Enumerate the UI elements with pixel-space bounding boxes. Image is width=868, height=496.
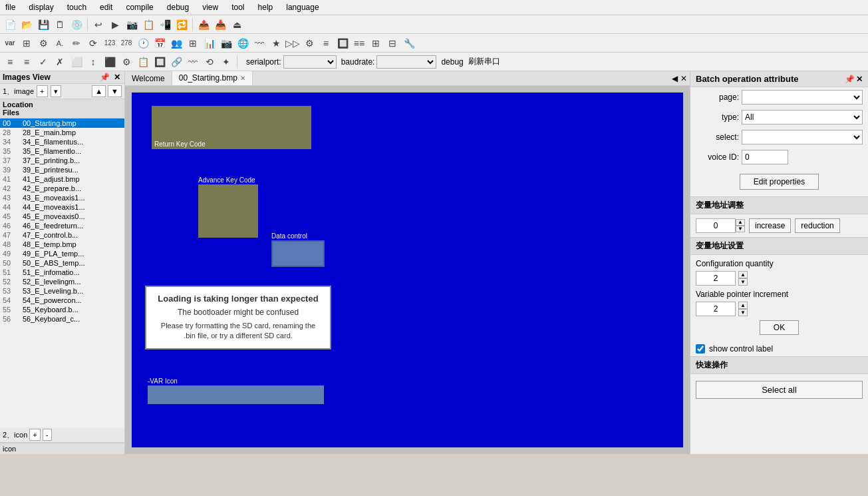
refresh-icon[interactable]: 🔁 bbox=[174, 17, 189, 32]
gear3-icon[interactable]: ⚙ bbox=[119, 55, 134, 69]
clip-icon[interactable]: 📋 bbox=[136, 55, 150, 69]
addr-up-btn[interactable]: ▲ bbox=[736, 219, 745, 226]
grid-icon[interactable]: ⊞ bbox=[19, 36, 34, 51]
align-list-icon[interactable]: ≡ bbox=[3, 55, 17, 69]
symbol-icon[interactable]: ⊞ bbox=[186, 36, 200, 51]
transfer-icon[interactable]: 📲 bbox=[158, 17, 172, 32]
users-icon[interactable]: 👥 bbox=[169, 36, 184, 51]
config-qty-up-btn[interactable]: ▲ bbox=[738, 271, 748, 278]
check-icon[interactable]: ✓ bbox=[36, 55, 51, 69]
minus-icon[interactable]: ⊟ bbox=[385, 36, 400, 51]
file-list-item[interactable]: 3434_E_filamentus... bbox=[0, 137, 124, 146]
menu-compile[interactable]: compile bbox=[123, 1, 156, 13]
menu-tool[interactable]: tool bbox=[229, 1, 247, 13]
file-list-item[interactable]: 5454_E_powercon... bbox=[0, 296, 124, 305]
refresh-serial-btn[interactable]: 刷新串口 bbox=[468, 56, 500, 67]
ok-btn[interactable]: OK bbox=[760, 320, 799, 335]
data-control-rect[interactable] bbox=[271, 240, 325, 267]
addr-value-input[interactable]: 0 bbox=[696, 218, 736, 233]
link-icon[interactable]: 🔗 bbox=[169, 55, 184, 69]
updown-icon[interactable]: ↕ bbox=[86, 55, 100, 69]
web-icon[interactable]: 🌐 bbox=[235, 36, 250, 51]
open-file-icon[interactable]: 📂 bbox=[19, 17, 34, 32]
export-icon[interactable]: ⏏ bbox=[229, 17, 244, 32]
up-icon[interactable]: ▲ bbox=[92, 85, 106, 97]
save-as-icon[interactable]: 🗒 bbox=[53, 17, 67, 32]
remove-icon-btn[interactable]: - bbox=[43, 429, 52, 441]
remove-image-btn[interactable]: ▾ bbox=[51, 85, 61, 97]
cross-icon[interactable]: ✗ bbox=[53, 55, 67, 69]
settings2-icon[interactable]: ⚙ bbox=[36, 36, 51, 51]
add-icon-btn[interactable]: + bbox=[29, 429, 40, 441]
tab-close-icon[interactable]: ✕ bbox=[240, 75, 245, 82]
file-list-item[interactable]: 2828_E_main.bmp bbox=[0, 128, 124, 137]
text-icon[interactable]: A. bbox=[53, 36, 67, 51]
new-file-icon[interactable]: 📄 bbox=[3, 17, 17, 32]
close-panel-icon[interactable]: ✕ bbox=[112, 73, 122, 82]
file-list-item[interactable]: 4545_E_moveaxis0... bbox=[0, 212, 124, 221]
serial-port-select[interactable] bbox=[283, 55, 337, 69]
tab-welcome[interactable]: Welcome bbox=[125, 72, 172, 85]
rotate-icon[interactable]: ⟳ bbox=[86, 36, 100, 51]
calendar-icon[interactable]: 📅 bbox=[152, 36, 167, 51]
gear2-icon[interactable]: ⚙ bbox=[302, 36, 317, 51]
file-list-item[interactable]: 3737_E_printing.b... bbox=[0, 156, 124, 165]
menu-help[interactable]: help bbox=[255, 1, 276, 13]
reduction-btn[interactable]: reduction bbox=[795, 218, 839, 233]
burn-icon[interactable]: 💿 bbox=[69, 17, 84, 32]
file-list-item[interactable]: 5555_Keyboard.b... bbox=[0, 305, 124, 314]
file-list-item[interactable]: 4848_E_temp.bmp bbox=[0, 240, 124, 249]
show-control-label-checkbox[interactable] bbox=[696, 344, 705, 354]
advance-key-rect[interactable] bbox=[198, 184, 258, 238]
rect-icon[interactable]: 🔲 bbox=[152, 55, 167, 69]
file-list-item[interactable]: 4646_E_feedreturn... bbox=[0, 221, 124, 230]
file-list-item[interactable]: 4343_E_moveaxis1... bbox=[0, 193, 124, 202]
block-icon[interactable]: ⬛ bbox=[102, 55, 117, 69]
add-image-btn[interactable]: + bbox=[37, 85, 47, 97]
sparkle-icon[interactable]: ✦ bbox=[219, 55, 233, 69]
file-list-item[interactable]: 4444_E_moveaxis1... bbox=[0, 202, 124, 212]
addr-down-btn[interactable]: ▼ bbox=[736, 226, 745, 232]
file-list-item[interactable]: 5353_E_Leveling.b... bbox=[0, 286, 124, 296]
type-select[interactable]: All bbox=[742, 110, 863, 124]
file-list[interactable]: 0000_Starting.bmp2828_E_main.bmp3434_E_f… bbox=[0, 119, 124, 427]
wave-icon[interactable]: 〰 bbox=[252, 36, 267, 51]
page-select[interactable] bbox=[742, 90, 863, 105]
file-list-item[interactable]: 5050_E_ABS_temp... bbox=[0, 258, 124, 268]
list-icon[interactable]: ≡ bbox=[319, 36, 333, 51]
menu-view[interactable]: view bbox=[200, 1, 221, 13]
baudrate-select[interactable] bbox=[376, 55, 436, 69]
down-icon[interactable]: ▼ bbox=[108, 85, 122, 97]
right-close-icon[interactable]: ✕ bbox=[856, 75, 863, 84]
select-select[interactable] bbox=[742, 130, 863, 144]
var-ptr-up-btn[interactable]: ▲ bbox=[738, 302, 748, 309]
edit2-icon[interactable]: ✏ bbox=[69, 36, 84, 51]
var-ptr-input[interactable] bbox=[696, 302, 736, 316]
digit-icon[interactable]: 278 bbox=[119, 36, 134, 51]
file-list-item[interactable]: 3939_E_printresu... bbox=[0, 165, 124, 174]
align-center-icon[interactable]: ≡ bbox=[19, 55, 34, 69]
tab-scroll-left-icon[interactable]: ◀ bbox=[672, 74, 678, 83]
var-icon-rect[interactable] bbox=[148, 385, 324, 404]
voice-id-input[interactable] bbox=[742, 150, 788, 164]
upload-icon[interactable]: 📤 bbox=[196, 17, 211, 32]
clipboard-icon[interactable]: 📋 bbox=[141, 17, 156, 32]
chart-icon[interactable]: 📊 bbox=[202, 36, 217, 51]
file-list-item[interactable]: 4949_E_PLA_temp... bbox=[0, 249, 124, 258]
grid2-icon[interactable]: ⊞ bbox=[368, 36, 383, 51]
right-pin-icon[interactable]: 📌 bbox=[845, 75, 855, 84]
save-icon[interactable]: 💾 bbox=[36, 17, 51, 32]
menu-display[interactable]: display bbox=[26, 1, 56, 13]
menu-language[interactable]: language bbox=[283, 1, 321, 13]
tab-starting-bmp[interactable]: 00_Starting.bmp ✕ bbox=[172, 71, 253, 85]
camera-icon[interactable]: 📷 bbox=[219, 36, 233, 51]
config-qty-input[interactable] bbox=[696, 271, 736, 286]
pin-icon[interactable]: 📌 bbox=[98, 73, 111, 82]
select-all-btn[interactable]: Select all bbox=[696, 381, 863, 399]
play-icon[interactable]: ▶ bbox=[108, 17, 122, 32]
box-icon[interactable]: 🔲 bbox=[335, 36, 350, 51]
ccw-icon[interactable]: ⟲ bbox=[202, 55, 217, 69]
menu-file[interactable]: file bbox=[3, 1, 18, 13]
file-list-item[interactable]: 4242_E_prepare.b... bbox=[0, 184, 124, 193]
file-list-item[interactable]: 3535_E_filamentlo... bbox=[0, 146, 124, 156]
